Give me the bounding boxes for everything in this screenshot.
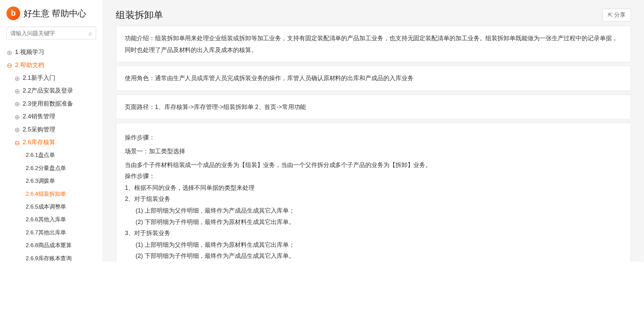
nav-2-6-4[interactable]: 2.6.4组装拆卸单 [6,187,103,200]
nav-docs[interactable]: ⊖2.帮助文档 [6,59,103,71]
nav-2-6[interactable]: ⊖2.6库存核算 [6,136,103,149]
search-wrap: ⌕ [6,26,103,39]
nav-label: 2.6.3调拨单 [26,177,55,185]
path-text: 1、库存核算->库存管理->组装拆卸单 2、首页->常用功能 [155,103,306,110]
nav-label: 2.6.6其他入库单 [26,216,66,224]
title-row: 组装拆卸单 ⇱分享 [116,9,631,21]
nav-label: 2.2产品安装及登录 [23,87,73,95]
nav-label: 2.1新手入门 [23,74,55,82]
nav-2-6-5[interactable]: 2.6.5成本调整单 [6,201,103,213]
nav-label: 1.视频学习 [15,49,44,56]
share-button[interactable]: ⇱分享 [602,9,631,21]
nav-label: 2.帮助文档 [15,61,44,69]
role-text: 通常由生产人员或库管人员完成拆装业务的操作，库管人员确认原材料的出库和产成品的入… [155,75,414,81]
nav-2-3[interactable]: ⊕2.3使用前数据准备 [6,98,103,110]
nav-2-6-1[interactable]: 2.6.1盘点单 [6,149,103,162]
nav-label: 2.4销售管理 [23,113,55,121]
nav-label: 2.6.2分量盘点单 [26,164,66,172]
nav-2-6-8[interactable]: 2.6.8商品成本重算 [6,239,103,252]
nav-2-6-9[interactable]: 2.6.9库存账本查询 [6,252,103,262]
scene1-label: 场景一：加工类型选择 [125,146,622,157]
logo-row: b 好生意 帮助中心 [6,6,103,20]
logo-text: 好生意 帮助中心 [23,7,86,19]
share-icon: ⇱ [608,12,612,18]
step2: 2、对于组装业务 [125,193,622,205]
plus-icon: ⊕ [14,114,20,120]
plus-icon: ⊕ [14,101,20,107]
nav-2-6-6[interactable]: 2.6.6其他入库单 [6,213,103,226]
search-icon[interactable]: ⌕ [89,30,92,36]
nav-label: 2.6.9库存账本查询 [26,255,72,262]
step1: 1、根据不同的业务，选择不同单据的类型来处理 [125,182,622,193]
sidebar: b 好生意 帮助中心 ⌕ ⊕1.视频学习 ⊖2.帮助文档 ⊕2.1新手入门 ⊕2… [0,0,103,262]
role-card: 使用角色：通常由生产人员或库管人员完成拆装业务的操作，库管人员确认原材料的出库和… [116,66,631,91]
nav-label: 2.6.1盘点单 [26,152,55,159]
step3-2: (2) 下部明细为子件明细，最终作为产成品生成其它入库单。 [125,250,622,262]
plus-icon: ⊕ [14,75,20,81]
nav-label: 2.6.4组装拆卸单 [26,190,66,198]
path-label: 页面路径： [125,103,155,110]
intro-label: 功能介绍： [125,35,155,42]
steps-card: 操作步骤： 场景一：加工类型选择 当由多个子件材料组装成一个成品的业务为【组装】… [116,123,631,262]
nav-2-1[interactable]: ⊕2.1新手入门 [6,72,103,85]
nav-label: 2.6.7其他出库单 [26,229,66,236]
nav-label: 2.3使用前数据准备 [23,100,73,108]
nav-2-5[interactable]: ⊕2.5采购管理 [6,123,103,136]
steps-label: 操作步骤： [125,132,622,143]
role-label: 使用角色： [125,75,155,81]
nav-2-6-2[interactable]: 2.6.2分量盘点单 [6,162,103,175]
share-label: 分享 [614,11,626,19]
nav-2-6-7[interactable]: 2.6.7其他出库单 [6,226,103,239]
nav-label: 2.5采购管理 [23,126,55,133]
plus-icon: ⊕ [6,49,12,55]
intro-text: 组装拆卸单用来处理企业组装或拆卸等加工业务，支持有固定装配清单的产品加工业务，也… [125,35,618,53]
step2-2: (2) 下部明细为子件明细，最终作为原材料生成其它出库单。 [125,216,622,228]
step3-1: (1) 上部明细为父件明细，最终作为原材料生成其它出库单； [125,239,622,250]
nav-2-4[interactable]: ⊕2.4销售管理 [6,110,103,123]
page-title: 组装拆卸单 [116,9,163,21]
intro-card: 功能介绍：组装拆卸单用来处理企业组装或拆卸等加工业务，支持有固定装配清单的产品加… [116,26,631,62]
plus-icon: ⊕ [14,88,20,94]
nav-label: 2.6库存核算 [23,138,55,146]
minus-icon: ⊖ [14,139,20,146]
plus-icon: ⊕ [14,127,20,133]
nav-2-6-3[interactable]: 2.6.3调拨单 [6,175,103,187]
step2-1: (1) 上部明细为父件明细，最终作为产成品生成其它入库单； [125,205,622,216]
search-input[interactable] [6,26,96,39]
scene1-desc: 当由多个子件材料组装成一个成品的业务为【组装】业务，当由一个父件拆分成多个子产品… [125,159,622,170]
nav-label: 2.6.5成本调整单 [26,203,66,211]
nav-label: 2.6.8商品成本重算 [26,242,72,249]
minus-icon: ⊖ [6,62,12,68]
step3: 3、对于拆装业务 [125,228,622,239]
steps2-label: 操作步骤： [125,170,622,182]
path-card: 页面路径：1、库存核算->库存管理->组装拆卸单 2、首页->常用功能 [116,94,631,119]
nav-video[interactable]: ⊕1.视频学习 [6,46,103,59]
main-content: 组装拆卸单 ⇱分享 功能介绍：组装拆卸单用来处理企业组装或拆卸等加工业务，支持有… [103,0,644,262]
nav-2-2[interactable]: ⊕2.2产品安装及登录 [6,85,103,97]
logo-icon: b [6,6,20,20]
